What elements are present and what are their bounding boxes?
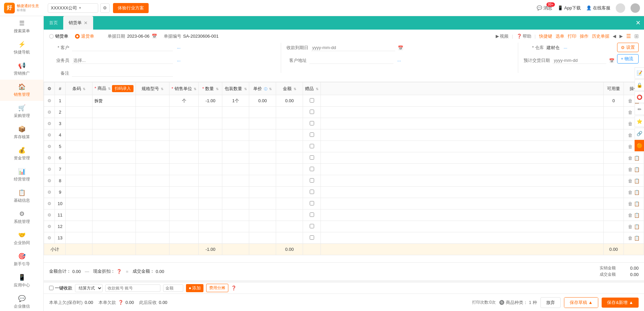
total-owe-help-icon[interactable]: ❓: [118, 300, 123, 305]
row-price-4[interactable]: [249, 141, 276, 152]
row-price-1[interactable]: [249, 107, 276, 118]
row-barcode-6[interactable]: [66, 164, 92, 175]
row-settings-5[interactable]: ⚙: [44, 152, 55, 164]
salesperson-input[interactable]: [72, 57, 173, 64]
delete-icon[interactable]: 🗑: [628, 235, 633, 241]
row-gift-0[interactable]: [303, 95, 321, 107]
row-qty-6[interactable]: [199, 164, 222, 175]
row-gift-10[interactable]: [303, 209, 321, 221]
row-barcode-9[interactable]: [66, 198, 92, 209]
calendar-icon[interactable]: 📅: [152, 34, 157, 39]
copy-icon[interactable]: 📋: [634, 155, 640, 161]
row-amount-10[interactable]: [276, 209, 303, 221]
sidebar-item-app-center[interactable]: 📱 应用中心: [0, 270, 43, 291]
row-spec-5[interactable]: [136, 152, 169, 164]
copy-icon[interactable]: 📋: [634, 224, 640, 229]
settings-icon[interactable]: ⚙: [100, 3, 110, 13]
row-product-5[interactable]: [92, 152, 136, 164]
delete-icon[interactable]: 🗑: [628, 178, 633, 184]
row-unit-0[interactable]: 个: [169, 95, 198, 107]
row-settings-12[interactable]: ⚙: [44, 232, 55, 244]
row-unit-4[interactable]: [169, 141, 198, 152]
row-qty-9[interactable]: [199, 198, 222, 209]
tab-home[interactable]: 首页: [44, 16, 63, 30]
copy-icon[interactable]: 📋: [634, 235, 640, 241]
logistics-button[interactable]: + 物流: [617, 54, 639, 64]
row-price-8[interactable]: [249, 187, 276, 198]
row-unit-2[interactable]: [169, 118, 198, 129]
video-btn[interactable]: ▶ 视频: [496, 33, 508, 39]
th-price[interactable]: 单价 ⓘ ⇅: [249, 82, 276, 95]
delete-icon[interactable]: 🗑: [628, 98, 633, 104]
row-barcode-1[interactable]: [66, 107, 92, 118]
one-click-payment-label[interactable]: 一键收款: [49, 285, 72, 291]
row-settings-9[interactable]: ⚙: [44, 198, 55, 209]
row-spec-3[interactable]: [136, 129, 169, 141]
row-pkg-5[interactable]: [222, 152, 249, 164]
th-spec[interactable]: 规格型号 ⇅: [136, 82, 169, 95]
delete-icon[interactable]: 🗑: [628, 144, 633, 149]
row-unit-6[interactable]: [169, 164, 198, 175]
remarks-input[interactable]: [72, 70, 173, 77]
row-gift-8[interactable]: [303, 187, 321, 198]
row-barcode-2[interactable]: [66, 118, 92, 129]
row-product-6[interactable]: [92, 164, 136, 175]
row-settings-2[interactable]: ⚙: [44, 118, 55, 129]
experience-button[interactable]: 体验行业方案: [113, 3, 149, 13]
row-settings-0[interactable]: ⚙: [44, 95, 55, 107]
radio-return[interactable]: 退货单: [75, 33, 94, 39]
row-spec-1[interactable]: [136, 107, 169, 118]
delete-icon[interactable]: 🗑: [628, 190, 633, 195]
row-spec-12[interactable]: [136, 232, 169, 244]
row-gift-5[interactable]: [303, 152, 321, 164]
float-btn-circle[interactable]: ⭕: [635, 91, 644, 103]
float-btn-notes[interactable]: 📝: [635, 67, 644, 79]
setting-button[interactable]: ⚙ 设置: [617, 43, 639, 52]
print-btn[interactable]: 打印: [568, 33, 576, 39]
th-product[interactable]: * 商品 ⇅ 扫码录入: [92, 82, 136, 95]
row-qty-7[interactable]: [199, 175, 222, 187]
row-pkg-4[interactable]: [222, 141, 249, 152]
row-product-1[interactable]: [92, 107, 136, 118]
row-pkg-2[interactable]: [222, 118, 249, 129]
add-payment-button[interactable]: ● 添加: [186, 284, 203, 292]
row-product-3[interactable]: [92, 129, 136, 141]
user-avatar[interactable]: [616, 3, 625, 13]
sidebar-item-marketing[interactable]: 📢 营销推广: [0, 59, 43, 80]
sidebar-item-enterprise[interactable]: 🤝 企业协同: [0, 228, 43, 249]
row-spec-2[interactable]: [136, 118, 169, 129]
row-unit-10[interactable]: [169, 209, 198, 221]
prev-icon[interactable]: ◀: [613, 34, 616, 39]
row-amount-1[interactable]: [276, 107, 303, 118]
row-unit-7[interactable]: [169, 175, 198, 187]
sidebar-item-operations[interactable]: 📊 经营管理: [0, 164, 43, 186]
row-settings-10[interactable]: ⚙: [44, 209, 55, 221]
row-pkg-7[interactable]: [222, 175, 249, 187]
sidebar-item-guide[interactable]: 🎯 新手引导: [0, 249, 43, 270]
row-qty-12[interactable]: [199, 232, 222, 244]
delete-icon[interactable]: 🗑: [628, 224, 633, 229]
row-settings-1[interactable]: ⚙: [44, 107, 55, 118]
payment-method-select[interactable]: 结算方式: [75, 284, 103, 292]
row-price-11[interactable]: [249, 221, 276, 232]
one-click-payment-checkbox[interactable]: [49, 286, 53, 290]
salesperson-dots[interactable]: ···: [177, 58, 181, 63]
row-pkg-9[interactable]: [222, 198, 249, 209]
row-qty-0[interactable]: -1.00: [199, 95, 222, 107]
user-avatar-2[interactable]: [631, 3, 640, 13]
copy-icon[interactable]: 📋: [634, 201, 640, 206]
delete-icon[interactable]: 🗑: [628, 201, 633, 206]
row-product-2[interactable]: [92, 118, 136, 129]
row-pkg-11[interactable]: [222, 221, 249, 232]
row-price-6[interactable]: [249, 164, 276, 175]
row-price-3[interactable]: [249, 129, 276, 141]
row-barcode-0[interactable]: [66, 95, 92, 107]
row-barcode-12[interactable]: [66, 232, 92, 244]
row-qty-11[interactable]: [199, 221, 222, 232]
row-amount-4[interactable]: [276, 141, 303, 152]
row-unit-1[interactable]: [169, 107, 198, 118]
th-barcode[interactable]: 条码 ⇅: [66, 82, 92, 95]
row-barcode-11[interactable]: [66, 221, 92, 232]
app-download-button[interactable]: 📱 App下载: [558, 5, 581, 11]
row-settings-8[interactable]: ⚙: [44, 187, 55, 198]
